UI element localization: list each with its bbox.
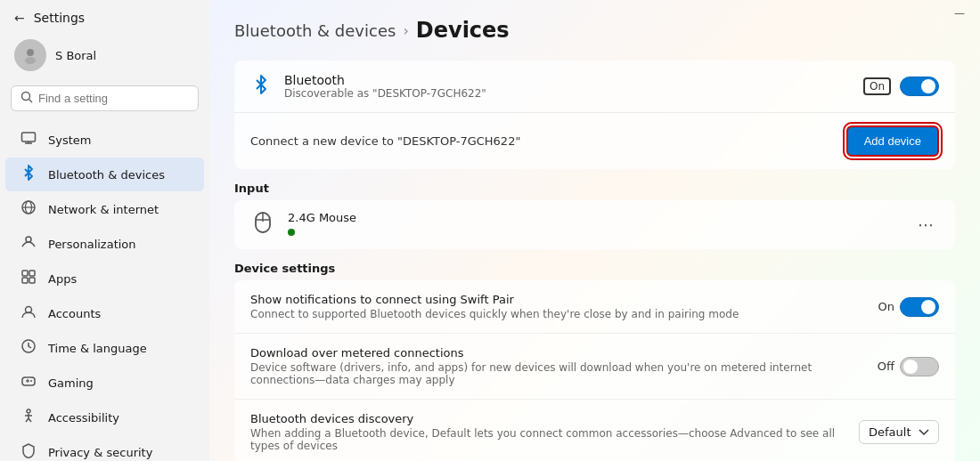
discovery-dropdown[interactable]: Default [859, 420, 939, 444]
input-section-label: Input [234, 182, 955, 195]
device-settings-card: Show notifications to connect using Swif… [234, 280, 955, 461]
svg-point-0 [27, 49, 34, 56]
sidebar-item-label-accessibility: Accessibility [48, 411, 119, 425]
sidebar-item-label-bluetooth: Bluetooth & devices [48, 168, 165, 182]
sidebar-item-accounts[interactable]: Accounts [5, 296, 204, 330]
svg-point-20 [30, 380, 32, 382]
system-icon [20, 130, 37, 150]
svg-line-3 [29, 100, 33, 103]
svg-point-10 [26, 237, 31, 242]
breadcrumb-current: Devices [416, 18, 510, 43]
sidebar-item-gaming[interactable]: Gaming [5, 366, 204, 400]
apps-icon [20, 269, 37, 288]
privacy-icon [20, 442, 37, 461]
svg-rect-4 [22, 133, 36, 142]
sidebar-item-apps[interactable]: Apps [5, 262, 204, 295]
sidebar-item-bluetooth[interactable]: Bluetooth & devices [5, 158, 204, 191]
svg-rect-12 [29, 271, 35, 276]
sidebar-item-time[interactable]: Time & language [5, 331, 204, 365]
add-device-button[interactable]: Add device [846, 125, 939, 157]
user-profile[interactable]: S Boral [0, 32, 209, 78]
swift-pair-value: On [878, 300, 894, 313]
sidebar-item-personalization[interactable]: Personalization [5, 227, 204, 261]
bluetooth-sub: Discoverable as "DESKTOP-7GCH622" [284, 87, 851, 100]
bluetooth-card: Bluetooth Discoverable as "DESKTOP-7GCH6… [234, 61, 955, 169]
bluetooth-info: Bluetooth Discoverable as "DESKTOP-7GCH6… [284, 73, 851, 100]
sidebar-item-system[interactable]: System [5, 123, 204, 157]
svg-rect-13 [22, 278, 28, 283]
metered-control: Off [868, 357, 939, 376]
mouse-status-dot [288, 229, 295, 236]
time-icon [20, 338, 37, 358]
bluetooth-row: Bluetooth Discoverable as "DESKTOP-7GCH6… [234, 61, 955, 112]
sidebar-item-label-privacy: Privacy & security [48, 446, 152, 459]
metered-desc: Device software (drivers, info, and apps… [250, 361, 855, 386]
sidebar-item-label-personalization: Personalization [48, 238, 136, 251]
breadcrumb-separator: › [403, 22, 408, 39]
discovery-dropdown-value: Default [869, 425, 911, 439]
device-settings-label: Device settings [234, 262, 955, 275]
personalization-icon [20, 234, 37, 254]
sidebar-item-label-network: Network & internet [48, 203, 159, 216]
metered-row: Download over metered connections Device… [234, 334, 955, 400]
mouse-info: 2.4G Mouse [288, 211, 900, 239]
add-device-row: Connect a new device to "DESKTOP-7GCH622… [234, 112, 955, 169]
accounts-icon [20, 303, 37, 323]
sidebar-item-network[interactable]: Network & internet [5, 192, 204, 226]
device-more-button[interactable]: ⋯ [912, 214, 939, 236]
svg-rect-14 [29, 278, 35, 283]
bluetooth-toggle-thumb [921, 79, 935, 93]
breadcrumb: Bluetooth & devices › Devices [234, 18, 955, 43]
bluetooth-toggle-text: On [863, 77, 891, 95]
search-bar[interactable] [11, 85, 199, 111]
swift-pair-toggle-thumb [921, 300, 935, 314]
swift-pair-toggle[interactable] [900, 297, 939, 317]
gaming-icon [20, 373, 37, 392]
metered-toggle[interactable] [900, 357, 939, 376]
metered-text: Download over metered connections Device… [250, 346, 855, 386]
discovery-text: Bluetooth devices discovery When adding … [250, 412, 846, 452]
device-row-mouse: 2.4G Mouse ⋯ [234, 200, 955, 249]
sidebar: ← Settings S Boral [0, 0, 209, 461]
metered-toggle-thumb [903, 360, 918, 374]
app-title: Settings [34, 11, 85, 25]
sidebar-item-label-system: System [48, 133, 91, 147]
minimize-button[interactable]: — [953, 7, 966, 20]
swift-pair-desc: Connect to supported Bluetooth devices q… [250, 308, 855, 320]
search-icon [20, 91, 33, 106]
svg-point-1 [25, 57, 36, 64]
bluetooth-toggle[interactable] [900, 77, 939, 96]
svg-point-2 [22, 93, 30, 101]
metered-title: Download over metered connections [250, 346, 855, 360]
sidebar-item-label-time: Time & language [48, 342, 147, 355]
input-card: 2.4G Mouse ⋯ [234, 200, 955, 249]
bluetooth-toggle-wrapper: On [863, 77, 939, 96]
chevron-down-icon [919, 425, 929, 439]
mouse-name: 2.4G Mouse [288, 211, 900, 224]
svg-rect-11 [22, 271, 28, 276]
swift-pair-text: Show notifications to connect using Swif… [250, 293, 855, 320]
sidebar-item-privacy[interactable]: Privacy & security [5, 435, 204, 461]
sidebar-item-accessibility[interactable]: Accessibility [5, 400, 204, 434]
search-input[interactable] [38, 92, 189, 105]
discovery-desc: When adding a Bluetooth device, Default … [250, 427, 846, 452]
swift-pair-toggle-track[interactable] [900, 297, 939, 317]
accessibility-icon [20, 408, 37, 427]
bluetooth-label: Bluetooth [284, 73, 851, 87]
metered-toggle-track[interactable] [900, 357, 939, 376]
back-button[interactable]: ← [14, 11, 25, 25]
network-icon [20, 199, 37, 219]
swift-pair-row: Show notifications to connect using Swif… [234, 280, 955, 334]
nav-list: System Bluetooth & devices Network & int… [0, 118, 209, 461]
sidebar-item-label-accounts: Accounts [48, 307, 101, 320]
user-name: S Boral [55, 49, 96, 62]
breadcrumb-parent[interactable]: Bluetooth & devices [234, 21, 396, 40]
avatar [14, 39, 46, 71]
connect-text: Connect a new device to "DESKTOP-7GCH622… [250, 134, 834, 148]
bluetooth-toggle-track[interactable] [900, 77, 939, 96]
main-content: Bluetooth & devices › Devices Bluetooth … [209, 0, 980, 461]
bluetooth-icon [20, 165, 37, 184]
sidebar-item-label-gaming: Gaming [48, 376, 94, 390]
discovery-title: Bluetooth devices discovery [250, 412, 846, 425]
metered-value: Off [878, 360, 894, 373]
